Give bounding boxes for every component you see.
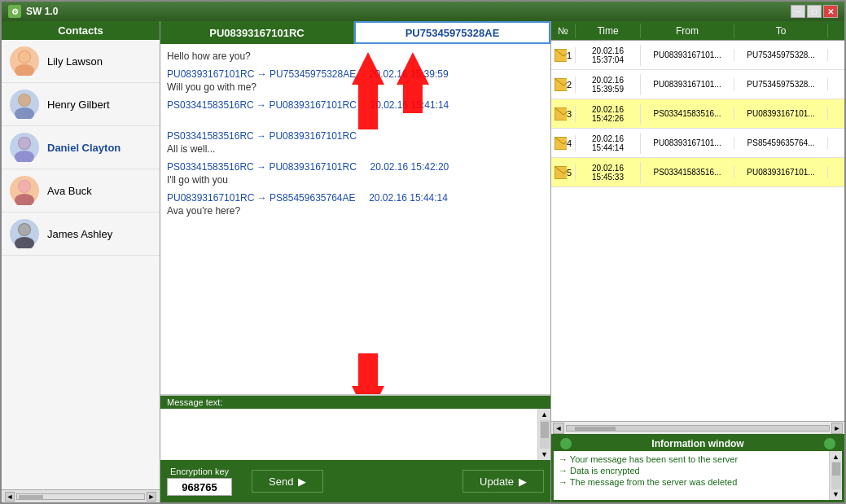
send-button[interactable]: Send ▶: [252, 470, 323, 493]
maximize-button[interactable]: □: [807, 5, 822, 18]
scroll-right-btn[interactable]: ►: [147, 492, 156, 502]
enc-key-label: Encryption key: [170, 467, 229, 476]
info-line-3: → The message from the server was delete…: [559, 477, 826, 487]
contact-item-active[interactable]: Daniel Clayton: [2, 126, 160, 169]
svg-marker-17: [352, 353, 384, 394]
avatar: [10, 46, 39, 76]
envelope-icon: [555, 166, 567, 179]
contact-name: Daniel Clayton: [47, 142, 121, 154]
table-row[interactable]: 2 20.02.1615:39:59 PU08393167101... PU75…: [551, 70, 844, 99]
envelope-icon: [555, 137, 567, 150]
input-row: ▲ ▼: [160, 409, 550, 460]
scroll-down-btn[interactable]: ▼: [541, 450, 548, 458]
scroll-left-btn[interactable]: ◄: [553, 423, 564, 434]
svg-point-4: [15, 107, 34, 119]
table-row[interactable]: 5 20.02.1615:45:33 PS03341583516... PU08…: [551, 158, 844, 187]
table-row[interactable]: 1 20.02.1615:37:04 PU08393167101... PU75…: [551, 41, 844, 70]
info-dot-left: [560, 438, 572, 449]
chat-area: PU08393167101RC PU75345975328AE Hello ho…: [160, 21, 551, 502]
table-row[interactable]: 3 20.02.1615:42:26 PS03341583516... PU08…: [551, 99, 844, 129]
message-text: Ava you're here?: [167, 205, 544, 217]
send-label: Send: [269, 476, 293, 488]
chat-footer: Encryption key 968765 Send ▶ Update ▶: [160, 460, 550, 502]
minimize-button[interactable]: ─: [791, 5, 805, 18]
info-window-content: → Your message has been sent to the serv…: [554, 451, 842, 500]
sidebar: Contacts Lily Lawson Henry Gilbert: [2, 21, 160, 502]
cell-to: PS85459635764...: [734, 137, 828, 149]
update-button[interactable]: Update ▶: [462, 470, 544, 493]
app-icon: ⚙: [8, 5, 21, 18]
col-header-from: From: [641, 24, 734, 38]
message-input-container: Message text: ▲ ▼: [160, 395, 550, 460]
info-scroll-thumb[interactable]: [832, 462, 840, 476]
message-text: I'll go with you: [167, 174, 544, 186]
update-icon: ▶: [519, 476, 527, 488]
main-window: ⚙ SW 1.0 ─ □ ✕ Contacts Lily Lawson: [0, 0, 846, 504]
sidebar-scrollbar[interactable]: ◄ ►: [2, 489, 160, 502]
chat-to-id: PU75345975328AE: [354, 21, 550, 44]
svg-point-10: [15, 194, 34, 205]
chat-header: PU08393167101RC PU75345975328AE: [160, 21, 550, 44]
message-text: All is well...: [167, 143, 544, 155]
cell-num: 3: [551, 106, 576, 122]
message-route: PU08393167101RC → PU75345975328AE 20.02.…: [167, 68, 544, 80]
scroll-up-btn[interactable]: ▲: [541, 410, 548, 419]
cell-to: PU08393167101...: [734, 166, 828, 178]
cell-time: 20.02.1615:37:04: [576, 45, 641, 66]
cell-from: PU08393167101...: [641, 137, 734, 149]
contact-item[interactable]: Henry Gilbert: [2, 83, 160, 126]
col-header-num: №: [551, 24, 576, 38]
svg-point-7: [15, 151, 34, 162]
cell-num: 1: [551, 47, 576, 64]
info-scroll-down[interactable]: ▼: [832, 490, 839, 498]
info-line-1: → Your message has been sent to the serv…: [559, 454, 826, 464]
scroll-left-btn[interactable]: ◄: [5, 492, 15, 502]
contact-item[interactable]: Lily Lawson: [2, 40, 160, 83]
scroll-track: [566, 425, 830, 432]
info-line-2: → Data is encrypted: [559, 466, 826, 476]
sidebar-header: Contacts: [2, 21, 160, 40]
scroll-thumb[interactable]: [575, 427, 616, 432]
send-icon: ▶: [298, 476, 306, 488]
cell-num: 5: [551, 164, 576, 181]
window-controls: ─ □ ✕: [791, 5, 838, 18]
envelope-icon: [555, 49, 567, 62]
contact-name: Henry Gilbert: [47, 99, 110, 111]
cell-num: 2: [551, 77, 576, 93]
info-dot-right: [824, 438, 835, 449]
envelope-icon: [555, 107, 567, 121]
message-input-label: Message text:: [160, 396, 550, 409]
svg-point-5: [19, 94, 30, 106]
textarea-scrollbar: ▲ ▼: [537, 409, 550, 460]
message-textarea[interactable]: [160, 409, 537, 460]
window-title: SW 1.0: [26, 6, 791, 17]
enc-key-input[interactable]: 968765: [167, 478, 232, 496]
cell-num: 4: [551, 135, 576, 151]
avatar: [10, 90, 39, 119]
scroll-thumb[interactable]: [19, 495, 43, 500]
scroll-thumb[interactable]: [541, 422, 549, 438]
scroll-right-btn[interactable]: ►: [831, 423, 843, 434]
table-empty: [551, 231, 844, 422]
svg-point-1: [15, 64, 34, 76]
cell-from: PU08393167101...: [641, 78, 734, 90]
chat-from-id: PU08393167101RC: [160, 21, 354, 44]
table-horizontal-scrollbar: ◄ ►: [551, 421, 844, 434]
info-scroll-up[interactable]: ▲: [832, 453, 839, 461]
cell-to: PU75345975328...: [734, 78, 828, 90]
cell-to: PU75345975328...: [734, 49, 828, 61]
contact-item[interactable]: Ava Buck: [2, 169, 160, 213]
contact-item[interactable]: James Ashley: [2, 213, 160, 256]
cell-from: PS03341583516...: [641, 107, 734, 120]
message-route: PS03341583516RC → PU08393167101RC 20.02.…: [167, 161, 544, 173]
table-body: 1 20.02.1615:37:04 PU08393167101... PU75…: [551, 41, 844, 231]
message-route: PS03341583516RC → PU08393167101RC 20.02.…: [167, 99, 544, 111]
table-row[interactable]: 4 20.02.1615:44:14 PU08393167101... PS85…: [551, 129, 844, 158]
info-window: Information window → Your message has be…: [551, 434, 844, 502]
svg-point-14: [19, 224, 30, 235]
col-header-time: Time: [576, 24, 641, 38]
cell-time: 20.02.1615:45:33: [576, 162, 641, 183]
contact-name: Lily Lawson: [47, 55, 103, 68]
cell-from: PS03341583516...: [641, 166, 734, 178]
close-button[interactable]: ✕: [823, 5, 838, 18]
